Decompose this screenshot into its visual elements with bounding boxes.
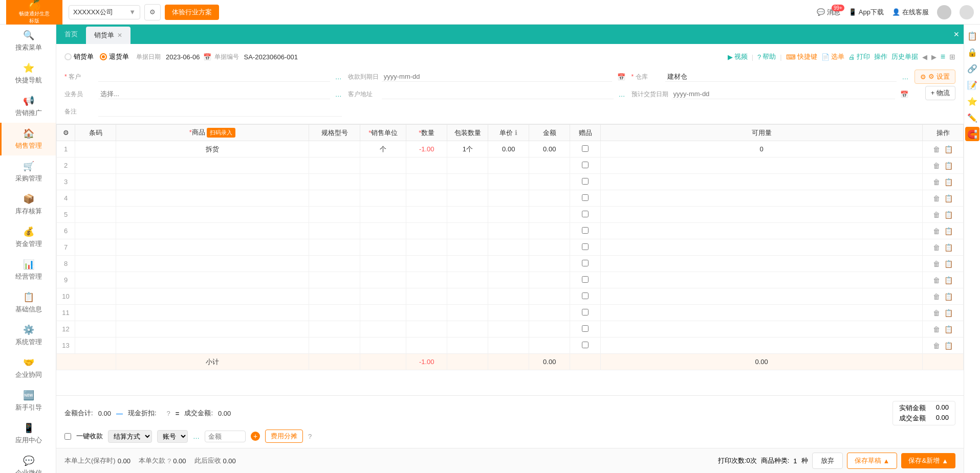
customer-more-icon[interactable]: … bbox=[335, 73, 342, 81]
row-copy-icon-4[interactable]: 📋 bbox=[944, 194, 953, 202]
salesperson-more-icon[interactable]: … bbox=[335, 91, 342, 98]
row-qty-6[interactable] bbox=[406, 223, 447, 239]
sidebar-item-sales[interactable]: 🏠 销售管理 bbox=[0, 123, 56, 155]
row-gift-13[interactable] bbox=[570, 337, 601, 354]
sidebar-item-collab[interactable]: 🤝 企业协同 bbox=[0, 352, 56, 385]
row-qty-1[interactable]: -1.00 bbox=[406, 141, 447, 157]
row-delete-icon-9[interactable]: 🗑 bbox=[933, 276, 940, 284]
row-copy-icon-7[interactable]: 📋 bbox=[944, 243, 953, 252]
row-qty-7[interactable] bbox=[406, 239, 447, 256]
one-click-payment-checkbox[interactable] bbox=[64, 433, 71, 440]
row-price-11[interactable] bbox=[488, 305, 529, 321]
row-amount-4[interactable] bbox=[529, 190, 570, 207]
sidebar-item-search[interactable]: 🔍 搜索菜单 bbox=[0, 25, 56, 57]
row-pkgqty-5[interactable] bbox=[447, 207, 488, 223]
tab-close-icon[interactable]: ✕ bbox=[117, 32, 122, 39]
sidebar-item-guide[interactable]: 🆕 新手引导 bbox=[0, 385, 56, 417]
expense-split-button[interactable]: 费用分摊 bbox=[265, 430, 303, 443]
logistics-button[interactable]: + 物流 bbox=[925, 86, 955, 100]
delivery-date-calendar-icon[interactable]: 📅 bbox=[900, 91, 908, 98]
save-draft-button[interactable]: 保存草稿 ▲ bbox=[847, 453, 898, 469]
right-panel-btn-5[interactable]: ⭐ bbox=[965, 94, 979, 108]
amount-more-icon[interactable]: … bbox=[193, 433, 200, 440]
row-delete-icon-6[interactable]: 🗑 bbox=[933, 227, 940, 235]
avatar2[interactable] bbox=[960, 5, 974, 19]
settings-icon[interactable]: ⚙ bbox=[144, 4, 161, 20]
discount-info-icon[interactable]: ? bbox=[167, 410, 170, 417]
warehouse-more-icon[interactable]: … bbox=[902, 73, 908, 81]
row-price-9[interactable] bbox=[488, 272, 529, 288]
next-icon[interactable]: ▶ bbox=[931, 53, 937, 61]
row-barcode-10[interactable] bbox=[75, 288, 116, 305]
addr-more-icon[interactable]: … bbox=[619, 91, 625, 98]
row-gift-2[interactable] bbox=[570, 157, 601, 174]
row-barcode-9[interactable] bbox=[75, 272, 116, 288]
row-pkgqty-11[interactable] bbox=[447, 305, 488, 321]
row-delete-icon-13[interactable]: 🗑 bbox=[933, 342, 940, 350]
row-barcode-4[interactable] bbox=[75, 190, 116, 207]
row-barcode-5[interactable] bbox=[75, 207, 116, 223]
row-product-3[interactable] bbox=[116, 174, 309, 190]
row-copy-icon-2[interactable]: 📋 bbox=[944, 162, 953, 170]
row-gift-8[interactable] bbox=[570, 256, 601, 272]
row-spec-1[interactable] bbox=[309, 141, 360, 157]
row-copy-icon-12[interactable]: 📋 bbox=[944, 325, 953, 333]
row-product-12[interactable] bbox=[116, 321, 309, 337]
row-product-10[interactable] bbox=[116, 288, 309, 305]
row-gift-10[interactable] bbox=[570, 288, 601, 305]
sidebar-item-finance[interactable]: 💰 资金管理 bbox=[0, 221, 56, 254]
row-qty-12[interactable] bbox=[406, 321, 447, 337]
row-spec-11[interactable] bbox=[309, 305, 360, 321]
row-gift-11[interactable] bbox=[570, 305, 601, 321]
scan-button[interactable]: 扫码录入 bbox=[207, 128, 235, 138]
row-amount-5[interactable] bbox=[529, 207, 570, 223]
row-pkgqty-13[interactable] bbox=[447, 337, 488, 354]
right-panel-btn-6[interactable]: ✏️ bbox=[965, 110, 979, 125]
row-qty-11[interactable] bbox=[406, 305, 447, 321]
row-delete-icon-1[interactable]: 🗑 bbox=[933, 145, 940, 153]
row-delete-icon-11[interactable]: 🗑 bbox=[933, 309, 940, 317]
row-product-6[interactable] bbox=[116, 223, 309, 239]
row-qty-5[interactable] bbox=[406, 207, 447, 223]
settlement-select[interactable]: 结算方式 bbox=[108, 430, 152, 443]
sidebar-item-purchase[interactable]: 🛒 采购管理 bbox=[0, 155, 56, 188]
row-unit-7[interactable] bbox=[360, 239, 406, 256]
row-pkgqty-10[interactable] bbox=[447, 288, 488, 305]
row-price-4[interactable] bbox=[488, 190, 529, 207]
row-price-12[interactable] bbox=[488, 321, 529, 337]
row-copy-icon-9[interactable]: 📋 bbox=[944, 276, 953, 284]
row-qty-10[interactable] bbox=[406, 288, 447, 305]
row-amount-1[interactable]: 0.00 bbox=[529, 141, 570, 157]
operate-btn[interactable]: 操作 bbox=[874, 52, 887, 61]
form-settings-button[interactable]: ⚙ ⚙ 设置 bbox=[914, 70, 955, 84]
row-gift-7[interactable] bbox=[570, 239, 601, 256]
online-service-button[interactable]: 👤 在线客服 bbox=[892, 8, 929, 17]
row-amount-11[interactable] bbox=[529, 305, 570, 321]
row-unit-6[interactable] bbox=[360, 223, 406, 239]
row-qty-13[interactable] bbox=[406, 337, 447, 354]
row-amount-9[interactable] bbox=[529, 272, 570, 288]
delivery-date-input[interactable] bbox=[671, 89, 896, 99]
row-barcode-12[interactable] bbox=[75, 321, 116, 337]
row-spec-2[interactable] bbox=[309, 157, 360, 174]
row-pkgqty-4[interactable] bbox=[447, 190, 488, 207]
row-amount-6[interactable] bbox=[529, 223, 570, 239]
row-product-9[interactable] bbox=[116, 272, 309, 288]
row-spec-5[interactable] bbox=[309, 207, 360, 223]
row-unit-12[interactable] bbox=[360, 321, 406, 337]
view-grid-icon[interactable]: ⊞ bbox=[949, 53, 955, 61]
row-amount-8[interactable] bbox=[529, 256, 570, 272]
row-product-2[interactable] bbox=[116, 157, 309, 174]
row-amount-10[interactable] bbox=[529, 288, 570, 305]
warehouse-input[interactable] bbox=[665, 72, 897, 82]
right-panel-btn-2[interactable]: 🔒 bbox=[965, 45, 979, 59]
row-product-11[interactable] bbox=[116, 305, 309, 321]
row-unit-13[interactable] bbox=[360, 337, 406, 354]
remarks-input[interactable] bbox=[98, 106, 342, 117]
video-btn[interactable]: ▶ 视频 bbox=[728, 52, 748, 61]
save-new-button[interactable]: 保存&新增 ▲ bbox=[901, 453, 955, 468]
sidebar-item-marketing[interactable]: 📢 营销推广 bbox=[0, 90, 56, 123]
row-price-8[interactable] bbox=[488, 256, 529, 272]
price-info-icon[interactable]: ℹ bbox=[515, 129, 517, 137]
row-delete-icon-4[interactable]: 🗑 bbox=[933, 194, 940, 202]
